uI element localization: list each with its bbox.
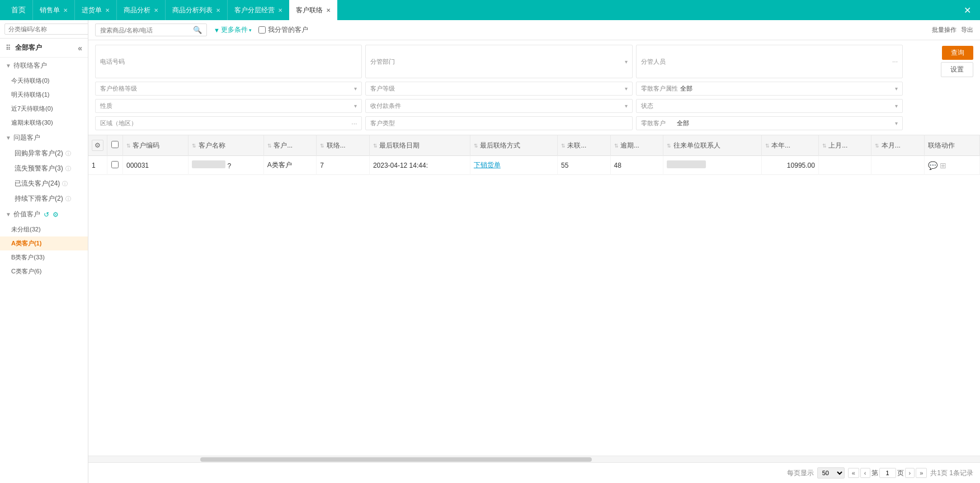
next-page-btn[interactable]: › [905, 468, 915, 478]
nav-home[interactable]: 首页 [4, 0, 32, 20]
filter-retail-customer-label: 零散客户 [641, 119, 675, 127]
filter-dept-label: 分管部门 [370, 58, 404, 66]
sidebar-item-repurchase-abnormal[interactable]: 回购异常客户(2) ⓘ [0, 146, 88, 161]
table-header-row: ⚙ ⇅ 客户编码 ⇅ 客户名称 [88, 135, 980, 156]
filter-search-input[interactable] [100, 27, 191, 34]
sort-icon: ⇅ [267, 143, 272, 149]
col-checkbox [107, 135, 123, 156]
batch-ops-btn[interactable]: 批量操作 [932, 26, 957, 34]
settings-icon[interactable]: ⚙ [53, 211, 59, 219]
chevron-down-icon[interactable]: ▾ [354, 103, 357, 109]
select-all-checkbox[interactable] [111, 141, 119, 148]
cell-this-month [871, 156, 925, 175]
collapse-sidebar-icon[interactable]: « [78, 44, 82, 53]
col-last-date: ⇅ 最后联络日期 [369, 135, 470, 156]
first-page-btn[interactable]: « [848, 468, 859, 478]
info-icon: ⓘ [62, 180, 68, 188]
chevron-down-icon[interactable]: ▾ [625, 59, 628, 65]
my-customers-checkbox[interactable]: 我分管的客户 [258, 25, 308, 35]
sidebar-item-ungroup[interactable]: 未分组(32) [0, 222, 88, 236]
filter-retail-customer: 零散客户 全部 ▾ [636, 116, 903, 130]
sidebar-item-class-a[interactable]: A类客户(1) [0, 236, 88, 250]
chevron-down-icon[interactable]: ▾ [895, 120, 898, 126]
filter-payment-label: 收付款条件 [370, 102, 404, 110]
nav-tab-product-analysis[interactable]: 商品分析 ✕ [116, 0, 165, 20]
cell-code: 000031 [123, 156, 189, 175]
message-icon[interactable]: 💬 [928, 161, 937, 170]
horizontal-scrollbar[interactable] [88, 456, 980, 462]
filter-retail-customer-value: 全部 [677, 119, 893, 127]
col-last-month: ⇅ 上月... [818, 135, 871, 156]
filter-customer-level: 客户等级 ▾ [365, 82, 632, 96]
refresh-icon[interactable]: ↺ [44, 211, 49, 219]
sidebar-item-tomorrow-pending[interactable]: 明天待联络(1) [0, 88, 88, 102]
sort-icon: ⇅ [561, 143, 566, 149]
sidebar-item-class-b[interactable]: B类客户(33) [0, 250, 88, 264]
chevron-down-icon[interactable]: ▾ [625, 86, 628, 92]
col-this-month: ⇅ 本月... [871, 135, 925, 156]
close-icon[interactable]: ✕ [63, 7, 68, 13]
prev-page-btn[interactable]: ‹ [860, 468, 870, 478]
sidebar-item-churned[interactable]: 已流失客户(24) ⓘ [0, 176, 88, 191]
top-action-buttons: 批量操作 导出 [932, 26, 973, 34]
sidebar-search-input[interactable] [4, 23, 88, 35]
chevron-down-icon[interactable]: ▾ [354, 86, 357, 92]
sidebar-item-declining[interactable]: 持续下滑客户(2) ⓘ [0, 191, 88, 206]
col-overdue: ⇅ 逾期... [610, 135, 663, 156]
row-checkbox[interactable] [111, 161, 119, 168]
filter-customer-type-label: 客户类型 [370, 119, 404, 127]
page-size-select[interactable]: 50 100 200 [817, 467, 845, 479]
sort-icon: ⇅ [373, 143, 378, 149]
qr-icon[interactable]: ⊞ [940, 161, 946, 170]
page-size-label: 每页显示 [787, 468, 814, 478]
chevron-down-icon[interactable]: ▾ [625, 103, 628, 109]
sidebar-section-pending[interactable]: ▼ 待联络客户 [0, 58, 88, 74]
scrollbar-thumb[interactable] [200, 457, 592, 462]
page-number-input[interactable] [879, 468, 896, 478]
page-navigation: « ‹ 第 页 › » [848, 468, 927, 478]
close-icon[interactable]: ✕ [216, 7, 220, 13]
sort-icon: ⇅ [822, 143, 827, 149]
chevron-down-icon[interactable]: ▾ [895, 103, 898, 109]
cell-last-method[interactable]: 下销货单 [470, 156, 557, 175]
sort-icon: ⇅ [192, 143, 196, 149]
info-icon: ⓘ [65, 150, 71, 158]
sidebar-section-problem[interactable]: ▼ 问题客户 [0, 130, 88, 146]
sidebar-section-value[interactable]: ▼ 价值客户 ↺ ⚙ [0, 206, 88, 222]
blurred-unit-contact [667, 160, 706, 168]
sidebar-item-7days-pending[interactable]: 近7天待联络(0) [0, 102, 88, 116]
export-btn[interactable]: 导出 [961, 26, 973, 34]
filter-search-icon[interactable]: 🔍 [193, 26, 202, 34]
nav-tab-purchase[interactable]: 进货单 ✕ [74, 0, 116, 20]
sidebar-item-churn-warning[interactable]: 流失预警客户(3) ⓘ [0, 161, 88, 176]
more-filters-btn[interactable]: ▼ 更多条件 ▾ [211, 25, 254, 35]
more-icon[interactable]: ··· [892, 58, 898, 65]
sidebar-all-customers[interactable]: ⠿ 全部客户 « [0, 39, 88, 58]
last-page-btn[interactable]: » [916, 468, 927, 478]
my-customers-check[interactable] [258, 26, 266, 34]
close-icon[interactable]: ✕ [105, 7, 110, 13]
grid-icon: ⠿ [6, 44, 11, 52]
close-icon[interactable]: ✕ [326, 7, 331, 13]
chevron-down-icon[interactable]: ▾ [895, 86, 898, 92]
filter-region-label: 区域（地区） [100, 119, 137, 127]
sidebar-item-class-c[interactable]: C类客户(6) [0, 264, 88, 278]
sidebar-item-today-pending[interactable]: 今天待联络(0) [0, 74, 88, 88]
sort-icon: ⇅ [875, 143, 879, 149]
close-icon[interactable]: ✕ [278, 7, 282, 13]
nav-tab-sales[interactable]: 销售单 ✕ [32, 0, 74, 20]
sidebar-item-overdue-contact[interactable]: 逾期未联络(30) [0, 116, 88, 130]
cell-this-year: 10995.00 [761, 156, 818, 175]
more-icon[interactable]: ··· [351, 120, 357, 127]
top-navigation: 首页 销售单 ✕ 进货单 ✕ 商品分析 ✕ 商品分析列表 ✕ 客户分层经营 ✕ … [0, 0, 980, 20]
close-all-tabs-icon[interactable]: ✕ [959, 5, 976, 16]
filter-customer-level-label: 客户等级 [370, 84, 404, 93]
close-icon[interactable]: ✕ [154, 7, 158, 13]
col-contact-count: ⇅ 联络... [317, 135, 370, 156]
nav-tab-customer-contact[interactable]: 客户联络 ✕ [289, 0, 337, 20]
nav-tab-product-list[interactable]: 商品分析列表 ✕ [165, 0, 227, 20]
settings-button[interactable]: 设置 [941, 62, 973, 77]
column-settings-btn[interactable]: ⚙ [92, 140, 103, 151]
query-button[interactable]: 查询 [942, 46, 973, 60]
nav-tab-customer-segment[interactable]: 客户分层经营 ✕ [227, 0, 289, 20]
